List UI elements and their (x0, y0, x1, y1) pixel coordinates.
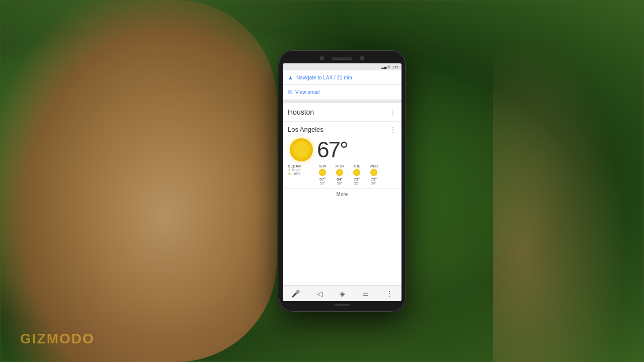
day-sun-high: 67° (319, 177, 326, 182)
email-icon: ✉ (288, 89, 292, 96)
front-camera (320, 56, 324, 60)
right-hand-overlay (493, 0, 644, 362)
home-button[interactable]: ◈ (340, 290, 345, 298)
houston-card[interactable]: Houston ⋮ (283, 103, 401, 122)
phone-body: ▂▄ ⊙ 3:15 ▲ Navigate to LAX / 21 min ✉ V… (279, 50, 406, 312)
la-more-icon[interactable]: ⋮ (389, 126, 396, 133)
houston-label: Houston (288, 108, 314, 116)
phone-bottom (283, 304, 401, 306)
la-city-label: Los Angeles (288, 126, 324, 133)
wind-label: ↗ 6mph (288, 168, 312, 172)
day-mon-low: 50° (337, 182, 343, 185)
navigate-icon: ▲ (288, 74, 293, 80)
weather-main: 67° (283, 135, 401, 164)
phone-top-bar (283, 56, 401, 60)
forecast-tue: TUE 73° 52° (349, 164, 364, 185)
day-mon-label: MON (336, 164, 344, 168)
forecast-sun: SUN 67° 55° (315, 164, 330, 185)
forecast-row: SUN 67° 55° MON 64° 50° (315, 164, 396, 185)
current-conditions: CLEAR ↗ 6mph ⛅ 10% (288, 164, 312, 176)
navigate-text[interactable]: Navigate to LAX / 21 min (296, 75, 352, 80)
wifi-icon: ⊙ (387, 65, 390, 69)
navigate-card[interactable]: ▲ Navigate to LAX / 21 min (283, 70, 401, 85)
email-card[interactable]: ✉ View email (283, 85, 401, 100)
hand-overlay (0, 0, 277, 362)
day-tue-icon (353, 169, 360, 176)
day-sun-icon (319, 169, 326, 176)
precip-label: ⛅ 10% (288, 172, 312, 176)
phone-screen: ▂▄ ⊙ 3:15 ▲ Navigate to LAX / 21 min ✉ V… (283, 63, 401, 301)
view-email-link[interactable]: View email (295, 89, 319, 95)
phone-speaker (332, 57, 352, 60)
day-sun-label: SUN (319, 164, 327, 168)
status-bar: ▂▄ ⊙ 3:15 (283, 63, 401, 70)
forecast-mon: MON 64° 50° (332, 164, 347, 185)
nav-bar: 🎤 ◁ ◈ ▭ ⋮ (283, 285, 401, 301)
cards-area: ▲ Navigate to LAX / 21 min ✉ View email … (283, 70, 401, 285)
day-sun-low: 55° (320, 182, 326, 185)
day-wed-low: 54° (371, 182, 377, 185)
phone-device: ▂▄ ⊙ 3:15 ▲ Navigate to LAX / 21 min ✉ V… (279, 50, 406, 312)
weather-details: CLEAR ↗ 6mph ⛅ 10% SUN 67° 55° (283, 164, 401, 188)
brand-watermark: GIZMODO (20, 331, 95, 347)
more-button[interactable]: More (283, 188, 401, 200)
la-weather-card: Los Angeles ⋮ 67° CLEAR ↗ 6mph ⛅ 10% (283, 122, 401, 285)
back-button[interactable]: ◁ (317, 290, 323, 298)
day-tue-low: 52° (354, 182, 360, 185)
mic-button[interactable]: 🎤 (291, 290, 300, 298)
temperature-display: 67° (317, 137, 348, 162)
sensor (360, 56, 364, 60)
houston-more-icon[interactable]: ⋮ (389, 109, 396, 116)
recents-button[interactable]: ▭ (362, 290, 369, 298)
time-display: 3:15 (391, 65, 398, 69)
signal-icon: ▂▄ (381, 65, 386, 69)
day-mon-icon (336, 169, 343, 176)
day-mon-high: 64° (337, 177, 343, 182)
home-indicator (335, 304, 350, 306)
la-header: Los Angeles ⋮ (283, 122, 401, 135)
condition-label: CLEAR (288, 164, 312, 168)
sun-icon (290, 138, 313, 161)
day-wed-high: 73° (371, 177, 377, 182)
day-tue-high: 73° (354, 177, 360, 182)
day-wed-label: WED (370, 164, 378, 168)
day-tue-label: TUE (353, 164, 360, 168)
forecast-wed: WED 73° 54° (366, 164, 381, 185)
day-wed-icon (370, 169, 377, 176)
status-icons: ▂▄ ⊙ 3:15 (381, 65, 398, 69)
overflow-menu-button[interactable]: ⋮ (386, 290, 393, 298)
